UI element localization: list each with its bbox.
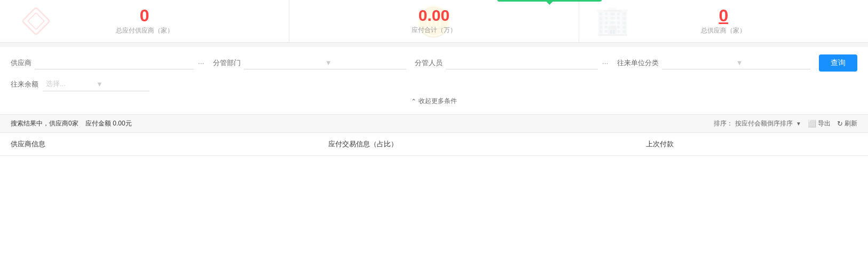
payable-suppliers-label: 总应付供应商（家） xyxy=(116,26,173,35)
result-info: 搜索结果中，供应商0家 应付金额 0.00元 xyxy=(11,119,132,128)
payable-total-amount: 0.00 xyxy=(419,7,449,23)
filter-department: 分管部门 ▼ xyxy=(213,57,407,69)
supplier-more-btn[interactable]: ··· xyxy=(198,59,204,67)
department-arrow: ▼ xyxy=(325,59,403,67)
refresh-label: 刷新 xyxy=(845,119,857,128)
supplier-input[interactable] xyxy=(35,57,194,69)
stat-block-payable-total: 🪙 快速录单的快捷键说明在这里 × 0.00 应付合计（万） xyxy=(289,0,579,42)
export-label: 导出 xyxy=(818,119,831,128)
svg-rect-1 xyxy=(28,13,44,29)
svg-rect-0 xyxy=(22,7,50,35)
department-label: 分管部门 xyxy=(213,58,241,68)
amount-select[interactable]: 选择... ▼ xyxy=(43,77,149,91)
diamond-icon xyxy=(21,6,51,36)
result-amount: 应付金额 0.00元 xyxy=(85,120,132,127)
total-suppliers-label: 总供应商（家） xyxy=(701,26,746,35)
payable-suppliers-count: 0 xyxy=(140,7,149,24)
building-icon: 🏢 xyxy=(595,4,630,37)
filter-row-2: 往来余额 选择... ▼ xyxy=(11,77,857,91)
filter-person: 分管人员 ··· xyxy=(415,57,609,69)
collapse-button[interactable]: ⌃ 收起更多条件 xyxy=(407,96,461,107)
query-button[interactable]: 查询 xyxy=(819,54,857,72)
collapse-label: 收起更多条件 xyxy=(419,97,457,106)
result-actions: 排序： 按应付会额倒序排序 ▼ ⬜ 导出 ↻ 刷新 xyxy=(714,119,857,128)
result-text: 搜索结果中，供应商0家 xyxy=(11,120,78,127)
category-label: 往来单位分类 xyxy=(617,58,659,68)
table-body xyxy=(0,156,868,275)
col-header-supplier: 供应商信息 xyxy=(11,139,328,149)
filter-area: 供应商 ··· 分管部门 ▼ 分管人员 ··· 往来单位分类 ▼ xyxy=(0,47,868,115)
table-header: 供应商信息 应付交易信息（占比） 上次付款 xyxy=(0,133,868,156)
stats-bar: 0 总应付供应商（家） 🪙 快速录单的快捷键说明在这里 × 0.00 应付合计（… xyxy=(0,0,868,43)
category-select[interactable]: ▼ xyxy=(662,57,811,69)
stat-block-total-suppliers: 🏢 0 总供应商（家） xyxy=(579,0,868,42)
tooltip-banner: 快速录单的快捷键说明在这里 × xyxy=(497,0,602,2)
refresh-icon: ↻ xyxy=(837,120,843,128)
refresh-btn[interactable]: ↻ 刷新 xyxy=(837,119,857,128)
sort-value: 按应付会额倒序排序 xyxy=(735,119,793,128)
filter-row-1: 供应商 ··· 分管部门 ▼ 分管人员 ··· 往来单位分类 ▼ xyxy=(11,54,857,72)
export-btn[interactable]: ⬜ 导出 xyxy=(808,119,831,128)
person-input[interactable] xyxy=(446,57,598,69)
sort-label: 排序： xyxy=(714,119,733,128)
category-arrow: ▼ xyxy=(736,59,807,67)
sort-select[interactable]: 排序： 按应付会额倒序排序 ▼ xyxy=(714,119,801,128)
amount-label: 往来余额 xyxy=(11,80,38,89)
col-header-transaction: 应付交易信息（占比） xyxy=(328,139,646,149)
collapse-icon: ⌃ xyxy=(411,98,416,105)
stat-block-payable-suppliers: 0 总应付供应商（家） xyxy=(0,0,289,42)
department-select[interactable]: ▼ xyxy=(244,57,407,69)
person-label: 分管人员 xyxy=(415,58,443,68)
col-header-lastpay: 上次付款 xyxy=(646,139,858,149)
result-bar: 搜索结果中，供应商0家 应付金额 0.00元 排序： 按应付会额倒序排序 ▼ ⬜… xyxy=(0,115,868,133)
filter-category: 往来单位分类 ▼ xyxy=(617,57,811,69)
total-suppliers-count: 0 xyxy=(719,7,728,24)
amount-arrow: ▼ xyxy=(96,80,146,88)
payable-total-label: 应付合计（万） xyxy=(412,26,456,35)
amount-placeholder: 选择... xyxy=(46,79,96,89)
supplier-label: 供应商 xyxy=(11,58,31,68)
filter-supplier: 供应商 ··· xyxy=(11,57,204,69)
export-icon: ⬜ xyxy=(808,120,816,128)
collapse-row: ⌃ 收起更多条件 xyxy=(11,96,857,107)
sort-arrow: ▼ xyxy=(796,121,801,127)
person-more-btn[interactable]: ··· xyxy=(602,59,609,67)
